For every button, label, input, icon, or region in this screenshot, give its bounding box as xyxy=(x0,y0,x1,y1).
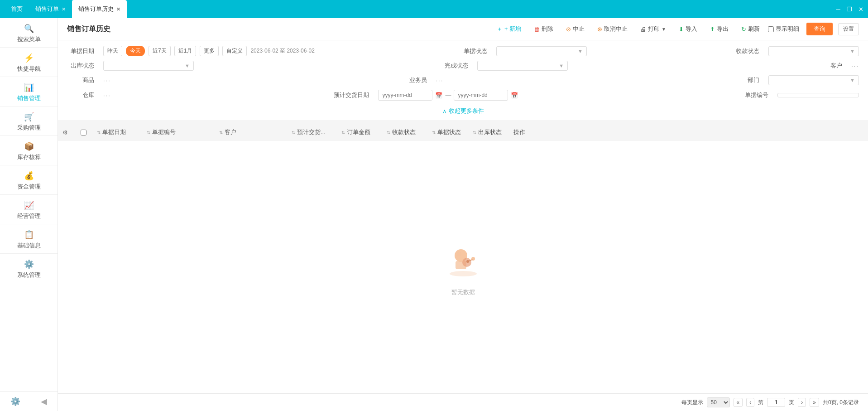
th-order-no[interactable]: ⇅ 单据编号 xyxy=(147,128,219,136)
sidebar-bottom: ⚙️ ◀ xyxy=(0,392,58,411)
main-layout: 🔍 搜索菜单 ⚡ 快捷导航 📊 销售管理 🛒 采购管理 📦 库存核算 💰 资金管… xyxy=(0,18,868,411)
collapse-label: 收起更多条件 xyxy=(449,107,484,115)
date-quick-group: 昨天 今天 近7天 近1月 更多 自定义 2023-06-02 至 2023-0… xyxy=(103,46,315,56)
th-op: 操作 xyxy=(513,128,863,136)
department-label: 部门 xyxy=(732,76,759,84)
page-size-label: 每页显示 xyxy=(681,399,703,406)
stock-out-label: 出库状态 xyxy=(67,62,94,70)
show-detail-checkbox-wrap[interactable]: 显示明细 xyxy=(768,25,799,33)
sort-icon-delivery: ⇅ xyxy=(292,130,295,135)
complete-status-dropdown-icon: ▼ xyxy=(559,63,564,68)
collapse-row[interactable]: ∧ 收起更多条件 xyxy=(67,105,859,115)
new-icon: ＋ xyxy=(497,25,503,33)
th-amount[interactable]: ⇅ 订单金额 xyxy=(341,128,387,136)
salesperson-dots[interactable]: ··· xyxy=(436,77,444,84)
close-tab-sales-history[interactable]: ✕ xyxy=(116,6,120,12)
finance-icon: 💰 xyxy=(24,171,34,181)
sidebar-item-basic-info[interactable]: 📋 基础信息 xyxy=(0,224,58,254)
page-size-select[interactable]: 20 50 100 xyxy=(707,397,730,407)
close-icon[interactable]: ✕ xyxy=(858,6,863,13)
sidebar-item-quick-nav[interactable]: ⚡ 快捷导航 xyxy=(0,48,58,77)
th-payment[interactable]: ⇅ 收款状态 xyxy=(387,128,432,136)
tab-sales-history[interactable]: 销售订单历史 ✕ xyxy=(72,0,127,18)
prev-page-button[interactable]: ‹ xyxy=(746,398,754,407)
stock-out-dropdown-icon: ▼ xyxy=(185,63,190,68)
last-page-button[interactable]: » xyxy=(810,398,819,407)
date-btn-1month[interactable]: 近1月 xyxy=(174,46,197,56)
date-btn-7days[interactable]: 近7天 xyxy=(149,46,171,56)
stop-icon: ⊘ xyxy=(566,26,571,33)
cancel-stop-button[interactable]: ⊛ 取消中止 xyxy=(593,23,632,35)
query-button[interactable]: 查询 xyxy=(806,23,833,35)
goods-dots[interactable]: ··· xyxy=(103,77,111,84)
th-check[interactable] xyxy=(81,130,97,135)
empty-illustration xyxy=(441,237,486,283)
date-btn-yesterday[interactable]: 昨天 xyxy=(103,46,122,56)
filter-area: 单据日期 昨天 今天 近7天 近1月 更多 自定义 2023-06-02 至 2… xyxy=(58,40,868,121)
tab-home[interactable]: 首页 xyxy=(5,0,29,18)
print-icon: 🖨 xyxy=(640,26,646,33)
th-settings[interactable]: ⚙ xyxy=(62,129,81,136)
delivery-date-from[interactable] xyxy=(378,90,432,101)
sidebar-item-sales[interactable]: 📊 销售管理 xyxy=(0,77,58,106)
delivery-date-to[interactable] xyxy=(454,90,508,101)
sidebar-item-search[interactable]: 🔍 搜索菜单 xyxy=(0,18,58,48)
search-icon: 🔍 xyxy=(24,24,34,34)
select-all-checkbox[interactable] xyxy=(81,130,86,135)
delete-button[interactable]: 🗑 删除 xyxy=(529,23,558,35)
complete-status-select[interactable]: ▼ xyxy=(477,61,568,71)
sidebar-item-inventory[interactable]: 📦 库存核算 xyxy=(0,136,58,165)
order-no-input[interactable] xyxy=(777,93,859,97)
table-container: ⚙ ⇅ 单据日期 ⇅ 单据编号 ⇅ 客户 ⇅ xyxy=(58,125,868,393)
bottom-collapse-icon[interactable]: ◀ xyxy=(41,396,47,406)
date-btn-today[interactable]: 今天 xyxy=(126,46,145,56)
stock-out-select[interactable]: ▼ xyxy=(103,61,194,71)
table-body: 暂无数据 xyxy=(58,140,868,393)
sidebar-item-purchase[interactable]: 🛒 采购管理 xyxy=(0,106,58,136)
bottom-settings-icon[interactable]: ⚙️ xyxy=(10,396,20,406)
next-page-button[interactable]: › xyxy=(798,398,806,407)
pagination-bar: 每页显示 20 50 100 « ‹ 第 页 › » 共0页, 0条记录 xyxy=(58,393,868,411)
window-controls: ─ ❐ ✕ xyxy=(836,6,863,13)
print-button[interactable]: 🖨 打印 ▼ xyxy=(636,23,671,35)
calendar-to-icon[interactable]: 📅 xyxy=(511,92,518,99)
date-separator: — xyxy=(445,92,451,99)
close-tab-sales-order[interactable]: ✕ xyxy=(62,6,66,12)
stop-button[interactable]: ⊘ 中止 xyxy=(561,23,589,35)
show-detail-checkbox[interactable] xyxy=(768,26,774,32)
new-button[interactable]: ＋ + 新增 xyxy=(492,23,526,35)
date-btn-more[interactable]: 更多 xyxy=(200,46,219,56)
order-status-select[interactable]: ▼ xyxy=(496,46,587,56)
th-customer[interactable]: ⇅ 客户 xyxy=(219,128,292,136)
filter-row-3: 商品 ··· 业务员 ··· 部门 ▼ xyxy=(67,75,859,85)
sidebar-item-operations[interactable]: 📈 经营管理 xyxy=(0,195,58,224)
minimize-icon[interactable]: ─ xyxy=(836,6,840,13)
payment-status-select[interactable]: ▼ xyxy=(768,46,859,56)
warehouse-dots[interactable]: ··· xyxy=(103,92,111,99)
export-button[interactable]: ⬆ 导出 xyxy=(705,23,733,35)
first-page-button[interactable]: « xyxy=(734,398,743,407)
import-button[interactable]: ⬇ 导入 xyxy=(674,23,702,35)
basic-info-icon: 📋 xyxy=(24,230,34,240)
customer-dots[interactable]: ··· xyxy=(851,63,859,69)
sort-icon-stock: ⇅ xyxy=(473,130,476,135)
refresh-button[interactable]: ↻ 刷新 xyxy=(737,23,764,35)
sales-icon: 📊 xyxy=(24,82,34,92)
settings-button[interactable]: 设置 xyxy=(838,23,859,35)
svg-point-2 xyxy=(457,251,461,256)
th-delivery[interactable]: ⇅ 预计交货... xyxy=(292,128,341,136)
restore-icon[interactable]: ❐ xyxy=(847,6,852,13)
sidebar-item-finance[interactable]: 💰 资金管理 xyxy=(0,165,58,195)
sidebar-item-system[interactable]: ⚙️ 系统管理 xyxy=(0,254,58,283)
page-label-before: 第 xyxy=(758,399,763,406)
current-page-input[interactable] xyxy=(767,398,785,407)
operations-icon: 📈 xyxy=(24,200,34,210)
filter-row-4: 仓库 ··· 预计交货日期 📅 — 📅 单据编号 xyxy=(67,90,859,101)
tab-sales-order[interactable]: 销售订单 ✕ xyxy=(29,0,72,18)
date-btn-custom[interactable]: 自定义 xyxy=(222,46,247,56)
th-stock[interactable]: ⇅ 出库状态 xyxy=(473,128,513,136)
th-date[interactable]: ⇅ 单据日期 xyxy=(97,128,147,136)
th-status[interactable]: ⇅ 单据状态 xyxy=(432,128,473,136)
department-select[interactable]: ▼ xyxy=(768,75,859,85)
calendar-from-icon[interactable]: 📅 xyxy=(435,92,442,99)
